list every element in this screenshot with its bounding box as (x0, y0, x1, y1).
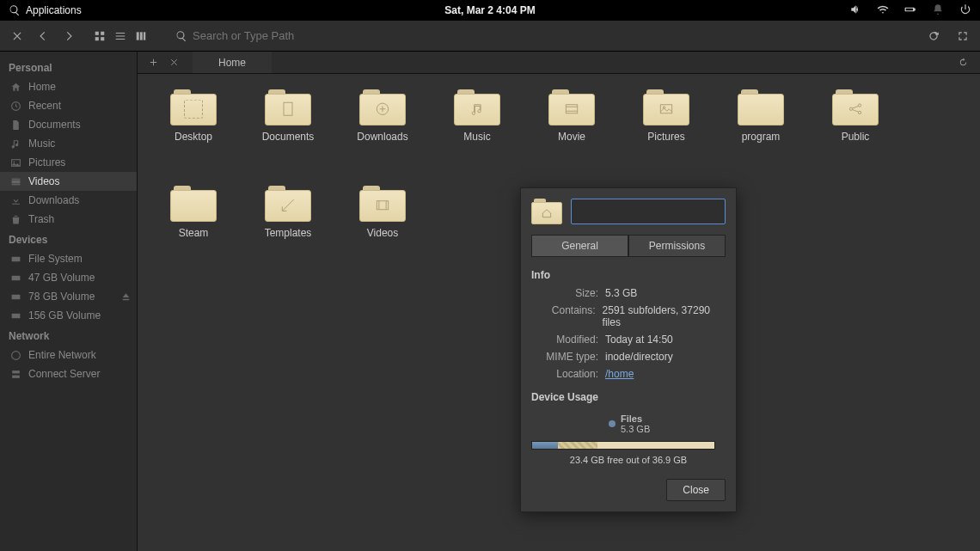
history-button[interactable] (952, 52, 973, 73)
folder-public[interactable]: Public (808, 89, 903, 186)
contains-value: 2591 subfolders, 37290 files (603, 304, 726, 328)
sidebar-item-volume-78[interactable]: 78 GB Volume (0, 287, 137, 306)
sidebar-item-label: Trash (28, 213, 54, 225)
svg-rect-0 (95, 31, 99, 34)
tab-home[interactable]: Home (193, 52, 272, 73)
legend-label: Files (621, 413, 650, 424)
mime-label: MIME type: (531, 351, 598, 363)
wifi-icon[interactable] (877, 3, 889, 18)
sidebar-item-recent[interactable]: Recent (0, 96, 137, 115)
sidebar-item-network[interactable]: Entire Network (0, 346, 137, 364)
mime-value: inode/directory (605, 351, 673, 363)
folder-desktop[interactable]: Desktop (146, 89, 241, 186)
refresh-button[interactable] (925, 28, 942, 45)
tab-general[interactable]: General (531, 235, 628, 257)
sidebar-item-volume-47[interactable]: 47 GB Volume (0, 268, 137, 287)
folder-label: Videos (367, 227, 398, 239)
fullscreen-button[interactable] (954, 28, 971, 45)
folder-movie[interactable]: Movie (524, 89, 619, 186)
tab-label: Home (218, 57, 246, 69)
folder-label: Documents (262, 131, 315, 143)
usage-header: Device Usage (521, 388, 736, 407)
drive-icon (10, 291, 21, 303)
icon-view-button[interactable] (91, 28, 108, 45)
picture-icon (10, 157, 21, 168)
sidebar-section-devices: Devices (0, 229, 137, 249)
svg-rect-12 (12, 275, 21, 279)
back-button[interactable] (34, 28, 52, 45)
search-icon (9, 4, 21, 16)
svg-point-15 (12, 351, 21, 359)
folder-documents[interactable]: Documents (241, 89, 335, 186)
eject-icon[interactable] (120, 291, 132, 303)
sidebar-item-label: 47 GB Volume (28, 272, 95, 284)
sidebar-item-label: Recent (28, 100, 61, 112)
svg-rect-20 (566, 105, 577, 113)
sidebar-item-connect-server[interactable]: Connect Server (0, 364, 137, 383)
close-button[interactable]: Close (666, 479, 726, 501)
size-label: Size: (531, 287, 598, 299)
sidebar-item-filesystem[interactable]: File System (0, 249, 137, 268)
list-view-button[interactable] (112, 28, 129, 45)
tab-bar: Home (138, 52, 980, 74)
sidebar-item-trash[interactable]: Trash (0, 210, 137, 229)
sidebar-item-label: 78 GB Volume (28, 291, 95, 303)
svg-rect-6 (144, 32, 145, 40)
location-link[interactable]: /home (605, 368, 634, 380)
sidebar-section-personal: Personal (0, 57, 137, 77)
download-icon (10, 195, 21, 206)
applications-menu[interactable]: Applications (9, 4, 82, 16)
forward-button[interactable] (60, 28, 77, 45)
folder-music[interactable]: Music (430, 89, 524, 186)
folder-pictures[interactable]: Pictures (619, 89, 714, 186)
sidebar-item-videos[interactable]: Videos (0, 172, 137, 191)
sidebar-item-documents[interactable]: Documents (0, 115, 137, 134)
search-input[interactable] (193, 29, 364, 42)
search-field[interactable] (175, 29, 364, 42)
folder-steam[interactable]: Steam (146, 186, 241, 282)
free-space-text: 23.4 GB free out of 36.9 GB (521, 451, 736, 472)
column-view-button[interactable] (132, 28, 150, 45)
tab-permissions[interactable]: Permissions (628, 235, 726, 257)
main-area: Home Desktop Documents Downloads Music M… (138, 52, 980, 551)
close-tab-button[interactable] (163, 52, 184, 73)
folder-downloads[interactable]: Downloads (335, 89, 430, 186)
clock[interactable]: Sat, Mar 2 4:04 PM (444, 4, 535, 16)
sidebar-item-label: Videos (28, 175, 59, 187)
sidebar-item-label: Pictures (28, 156, 65, 168)
close-window-button[interactable] (9, 28, 26, 45)
video-icon (10, 176, 21, 187)
svg-rect-18 (284, 102, 292, 115)
folder-videos[interactable]: Videos (335, 186, 430, 282)
document-icon (10, 119, 21, 131)
drive-icon (10, 310, 21, 321)
sidebar-section-network: Network (0, 325, 137, 346)
usage-bar (531, 441, 715, 450)
svg-rect-4 (137, 32, 139, 40)
folder-templates[interactable]: Templates (241, 186, 335, 282)
sidebar-item-label: Documents (28, 119, 81, 131)
folder-label: Music (463, 131, 490, 143)
sidebar-item-music[interactable]: Music (0, 134, 137, 153)
drive-icon (10, 272, 21, 284)
folder-program[interactable]: program (714, 89, 808, 186)
volume-icon[interactable] (849, 3, 861, 18)
svg-rect-17 (12, 375, 20, 377)
folder-label: Movie (558, 131, 585, 143)
folder-label: Downloads (357, 131, 407, 143)
sidebar-item-label: Entire Network (28, 349, 96, 361)
sidebar-item-volume-156[interactable]: 156 GB Volume (0, 306, 137, 325)
new-tab-button[interactable] (143, 52, 163, 73)
sidebar-item-pictures[interactable]: Pictures (0, 153, 137, 172)
properties-dialog: General Permissions Info Size:5.3 GB Con… (520, 187, 737, 512)
notifications-icon[interactable] (932, 3, 944, 18)
info-header: Info (521, 266, 736, 285)
power-icon[interactable] (959, 3, 971, 18)
svg-rect-21 (660, 105, 671, 113)
sidebar-item-home[interactable]: Home (0, 77, 137, 96)
server-icon (10, 369, 21, 380)
contains-label: Contains: (531, 304, 596, 328)
battery-icon[interactable] (904, 3, 916, 18)
sidebar-item-downloads[interactable]: Downloads (0, 191, 137, 210)
folder-name-input[interactable] (571, 199, 726, 224)
